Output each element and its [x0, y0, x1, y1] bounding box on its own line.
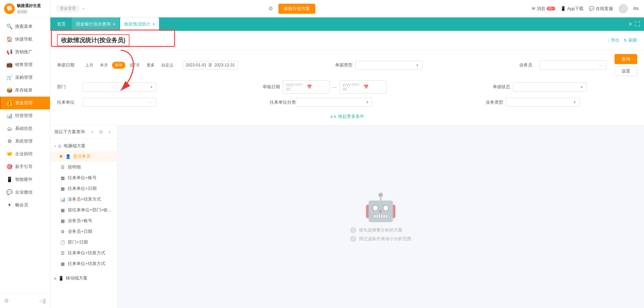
calendar-end-icon: 📅 — [364, 85, 383, 89]
sidebar-item-basic[interactable]: 🗂 基础信息 — [0, 122, 50, 135]
doc-type-select[interactable]: ▾ — [355, 61, 422, 70]
left-panel-title: 按以下方案查询 — [54, 129, 85, 135]
dept-select[interactable]: ▾ — [83, 83, 156, 92]
tree-section-mobile-header[interactable]: ▶ 📱 移动端方案 — [50, 273, 117, 283]
doc-status-select[interactable]: ▾ — [513, 83, 587, 92]
tab-bar: 首页 现金银行流水查询 × 收款情况统计 × × ⛶ — [50, 17, 644, 31]
bottom-settings-btn[interactable]: ⚙ — [4, 298, 9, 304]
sidebar-item-inventory[interactable]: 📦 库存核算 — [0, 84, 50, 97]
partner-class-select[interactable]: ▾ — [296, 98, 372, 107]
mobile-icon: 📱 — [58, 276, 64, 281]
sidebar-item-quicknav[interactable]: 🏠 快捷导航 — [0, 33, 50, 46]
empty-state: 🤖 1 请先选择要分析的方案 2 用过滤条件来缩小分析范围 — [117, 125, 644, 308]
date-opt-custom[interactable]: 自定义 — [159, 62, 176, 69]
export-button[interactable]: ↑ 导出 — [607, 37, 620, 43]
sidebar-item-sales[interactable]: 💼 销售管理 — [0, 58, 50, 71]
dept-arrow: ▾ — [150, 85, 153, 90]
tree-item-partner-date[interactable]: ▦ 往来单位+日期 — [50, 183, 117, 194]
tab-collection-stats[interactable]: 收款情况统计 × — [120, 17, 159, 31]
query-button[interactable]: 查询 — [614, 54, 637, 64]
window-expand-btn[interactable]: ⛶ — [635, 21, 640, 27]
tree-section-pc-header[interactable]: ▾ 🖥 电脑端方案 — [50, 141, 117, 151]
tab-home[interactable]: 首页 — [52, 17, 71, 31]
tree-item-partner-settle2[interactable]: ▦ 往来单位+结算方式 — [50, 258, 117, 269]
tree-item-partner-settle1[interactable]: ☰ 往来单位+结算方式 — [50, 248, 117, 258]
date-range-display: 2023-01-01 至 2023-12-31 — [183, 61, 238, 69]
partner-settle1-icon: ☰ — [60, 250, 66, 256]
header-gear-btn[interactable]: ⚙ — [268, 5, 273, 12]
search-icon: 🔍 — [6, 23, 12, 30]
sidebar-item-search[interactable]: 🔍 搜索菜单 — [0, 20, 50, 33]
sidebar-item-wechat[interactable]: 💬 企业微信 — [0, 186, 50, 199]
panel-add-btn[interactable]: + — [89, 129, 96, 135]
window-close-btn[interactable]: × — [629, 21, 632, 27]
date-opt-last-month[interactable]: 上月 — [83, 62, 96, 69]
panel-collapse-btn[interactable]: « — [106, 129, 113, 135]
empty-step-2: 2 用过滤条件来缩小分析范围 — [350, 236, 411, 242]
refresh-label: 刷新 — [629, 37, 637, 43]
date-opt-more[interactable]: 更多 — [144, 62, 157, 69]
salesman-account-icon: ▦ — [60, 218, 66, 224]
step-1-label: 请先选择要分析的方案 — [359, 227, 402, 233]
tree-item-partner-account[interactable]: ▦ 往来单位+账号 — [50, 172, 117, 183]
review-date-start-input[interactable]: yyyy-mm-dd 📅 — [283, 80, 330, 94]
tree-item-partner-dept[interactable]: ▦ 按往来单位+部门+收... — [50, 205, 117, 215]
review-date-end-input[interactable]: yyyy-mm-dd 📅 — [339, 80, 386, 94]
sidebar-item-operations[interactable]: 📊 经营管理 — [0, 109, 50, 122]
app-label: App下载 — [567, 6, 584, 12]
sidebar-item-purchase[interactable]: 🛒 采购管理 — [0, 71, 50, 84]
date-opt-this-month[interactable]: 本月 — [97, 62, 111, 69]
sidebar-item-finance[interactable]: 💰 资金管理 — [0, 97, 50, 109]
sidebar-item-guide[interactable]: 🎯 新手引导 — [0, 160, 50, 173]
partner-input[interactable]: ··· — [83, 98, 156, 107]
left-panel-actions: + ⚙ « — [89, 129, 113, 135]
collapse-button[interactable]: ∧∧ 收起更多条件 — [330, 111, 364, 121]
filter-row-3: 往来单位 ··· 往来单位分类 ▾ 业务类型 ▾ — [57, 98, 637, 107]
sidebar-item-marketing[interactable]: 📢 营销推广 — [0, 46, 50, 58]
tree-item-detail[interactable]: ☰ 按明细 — [50, 162, 117, 172]
export-label: 导出 — [611, 37, 620, 43]
settings-button[interactable]: 设置 — [614, 66, 637, 76]
partner-class-arrow: ▾ — [366, 100, 369, 105]
sidebar-label-hardware: 智能硬件 — [15, 176, 33, 183]
bottom-collapse-btn[interactable]: ◁‖ — [39, 298, 46, 304]
trial-button[interactable]: 体验行业方案 — [278, 4, 315, 14]
review-date-end-placeholder: yyyy-mm-dd — [342, 82, 362, 92]
tree-item-salesman-date[interactable]: ⚙ 业务员+日期 — [50, 226, 117, 237]
message-button[interactable]: ✉ 消息 99+ — [532, 6, 555, 12]
tab-bank-flow[interactable]: 现金银行流水查询 × — [72, 17, 119, 31]
refresh-button[interactable]: ↻ 刷新 — [624, 37, 637, 43]
online-service-button[interactable]: 💬 在线客服 — [589, 6, 613, 12]
review-date-group: 审核日期 yyyy-mm-dd 📅 — yyyy-mm-dd 📅 — [263, 80, 386, 94]
biz-type-group: 业务类型 ▾ — [486, 98, 588, 107]
sidebar-item-member[interactable]: ✦ 畅会员 — [0, 199, 50, 211]
sidebar-label-wechat: 企业微信 — [15, 189, 33, 195]
date-opt-this-year[interactable]: 本年 — [112, 62, 125, 69]
tree-item-by-salesman[interactable]: 👤 按业务员 — [50, 151, 117, 162]
biz-type-select[interactable]: ▾ — [506, 98, 580, 107]
sidebar-item-system[interactable]: ⚙ 系统管理 — [0, 135, 50, 148]
tree-item-partner-settle1-label: 往来单位+结算方式 — [68, 250, 105, 256]
operations-icon: 📊 — [6, 113, 12, 119]
sidebar: 畅 畅捷通好生意 标准版 🔍 搜索菜单 🏠 快捷导航 📢 营销推广 💼 销售管理… — [0, 0, 50, 308]
partner-class-label: 往来单位分类 — [270, 99, 296, 105]
tab-collection-stats-close[interactable]: × — [152, 22, 155, 27]
tree-item-dept-date[interactable]: 🕐 部门+日期 — [50, 237, 117, 248]
sidebar-item-hardware[interactable]: 📱 智能硬件 — [0, 173, 50, 186]
panel-settings-btn[interactable]: ⚙ — [98, 129, 104, 135]
sidebar-label-sales: 销售管理 — [15, 62, 33, 68]
step-2-label: 用过滤条件来缩小分析范围 — [359, 236, 411, 242]
salesman-settle-icon: 📊 — [60, 196, 66, 202]
tree-item-salesman-account[interactable]: ▦ 业务员+账号 — [50, 215, 117, 226]
marketing-icon: 📢 — [6, 49, 12, 55]
tab-bank-flow-close[interactable]: × — [113, 22, 115, 27]
salesman-label: 业务员 — [519, 62, 539, 68]
app-download-button[interactable]: 📱 App下载 — [560, 6, 584, 12]
collapse-label: 收起更多条件 — [338, 113, 364, 119]
salesman-select[interactable]: ··· — [539, 60, 606, 70]
window-controls: × ⛶ — [625, 21, 644, 27]
sidebar-item-enterprise[interactable]: 🤝 企业协同 — [0, 148, 50, 160]
date-opt-7days[interactable]: 近7天 — [127, 62, 143, 69]
user-avatar[interactable] — [619, 4, 628, 13]
tree-item-salesman-settle[interactable]: 📊 业务员+结算方式 — [50, 194, 117, 205]
